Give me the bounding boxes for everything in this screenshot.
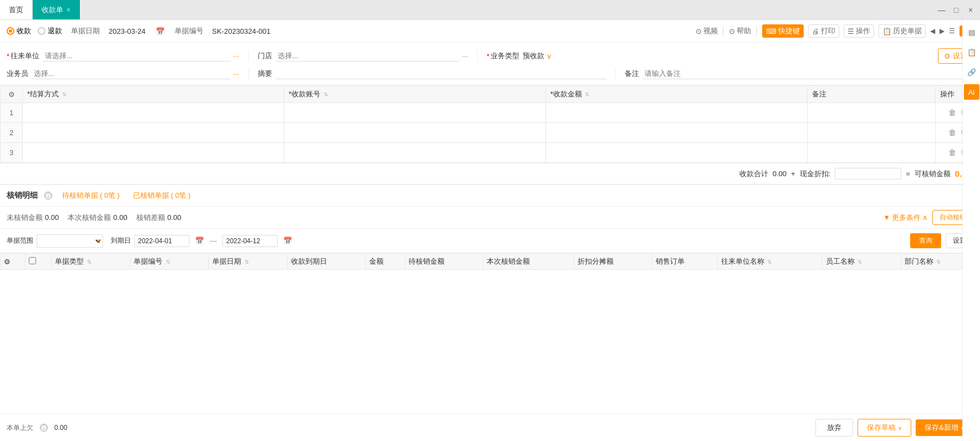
radio-group: 收款 退款 [7,26,62,36]
amount-sort-icon[interactable]: ⇅ [585,91,589,98]
right-sidebar: ▤ 📋 🔗 Ai [962,20,980,441]
table-gear-icon[interactable]: ⚙ [8,90,15,99]
shortcut-btn[interactable]: ⌨ 快捷键 [762,24,804,38]
list-view-btn[interactable]: ☰ [949,27,955,35]
ai-label: Ai [968,88,975,96]
bt-col-current: 本次核销金额 [483,254,574,270]
business-type-field: * 业务类型 预收款 ∨ [487,51,931,61]
stat-current: 本次核销金额 0.00 [68,213,127,223]
help-btn[interactable]: ⊙ 帮助 [729,26,751,36]
verify-header: 核销明细 ⓘ 待核销单据 ( 0笔 ) 已核销单据 ( 0笔 ) [0,185,980,207]
settle-sort-icon[interactable]: ⇅ [62,91,67,98]
row-1-account[interactable] [284,103,545,123]
summary-input[interactable] [275,68,606,79]
footer-bar: 本单上欠 ⓘ 0.00 放弃 保存草稿 ∨ 保存&新增 ∨ [0,414,980,441]
row-2-account[interactable] [284,123,545,143]
row-3-delete-btn[interactable]: 🗑 [948,148,956,157]
sidebar-link-icon-btn[interactable]: 🔗 [964,64,979,80]
salesperson-input[interactable] [32,68,231,79]
row-3-amount[interactable] [545,143,807,163]
date-value: 2023-03-24 [109,27,146,35]
radio-refund-dot [38,27,45,35]
discard-btn[interactable]: 放弃 [815,419,853,437]
carry-info-icon[interactable]: ⓘ [40,424,48,432]
tab-bar-right: — □ × [937,5,980,15]
notes-input[interactable] [642,68,973,79]
date-from-input[interactable] [134,235,190,247]
store-more-btn[interactable]: ··· [462,52,468,60]
history-icon: 📋 [882,27,891,35]
row-3-remarks[interactable] [807,143,935,163]
store-input[interactable] [275,50,460,61]
bottom-table: ⚙ 单据类型 ⇅ 单据编号 ⇅ 单据日期 [0,253,980,270]
bt-col-gear[interactable]: ⚙ [1,254,25,270]
more-conditions-btn[interactable]: ▼ 更多条件 ∧ [883,213,928,223]
save-draft-btn[interactable]: 保存草稿 ∨ [858,419,911,437]
counterparty-more-btn[interactable]: ··· [233,52,239,60]
radio-refund[interactable]: 退款 [38,26,62,36]
search-row: 单据范围 ∨ 到期日 📅 — 📅 查询 设置 [0,229,980,253]
stat-unverified-label: 未核销金额 [7,213,43,223]
table-row: 3 🗑 ⧉ [1,143,980,163]
bt-gear-icon[interactable]: ⚙ [4,258,11,266]
col-settings[interactable]: ⚙ [1,86,23,103]
calendar-to-icon[interactable]: 📅 [283,237,292,245]
gear-icon: ⚙ [944,52,951,60]
sidebar-table-icon-btn[interactable]: ▤ [964,24,979,40]
radio-receive[interactable]: 收款 [7,26,31,36]
bt-col-pending: 待核销金额 [405,254,483,270]
row-2-amount[interactable] [545,123,807,143]
col-amount: *收款金额 ⇅ [545,86,807,103]
tab-home[interactable]: 首页 [0,0,33,19]
row-1-remarks[interactable] [807,103,935,123]
tab-active[interactable]: 收款单 × [33,0,80,19]
business-type-label: 业务类型 [491,51,519,61]
row-2-settle[interactable] [23,123,284,143]
print-btn[interactable]: 🖨 打印 [808,24,839,38]
tab-close-icon[interactable]: × [67,6,70,14]
verify-title: 核销明细 [7,191,38,201]
counterparty-input[interactable] [43,50,231,61]
col-settle: *结算方式 ⇅ [23,86,284,103]
sep3 [248,68,249,79]
row-3-settle[interactable] [23,143,284,163]
history-btn[interactable]: 📋 历史单据 [879,24,926,38]
select-all-checkbox[interactable] [29,257,36,264]
row-2-delete-btn[interactable]: 🗑 [948,128,956,137]
window-minimize-btn[interactable]: — [937,5,947,15]
row-1-settle[interactable] [23,103,284,123]
discount-input[interactable] [835,168,901,180]
row-2-remarks[interactable] [807,123,935,143]
verify-info-icon[interactable]: ⓘ [44,192,52,199]
sidebar-clipboard-icon-btn[interactable]: 📋 [964,44,979,60]
range-select[interactable] [37,234,103,248]
nav-prev-btn[interactable]: ◀ [930,27,935,35]
window-restore-btn[interactable]: □ [951,5,961,15]
calendar-from-icon[interactable]: 📅 [195,237,204,245]
account-sort-icon[interactable]: ⇅ [324,91,328,98]
nav-next-btn[interactable]: ▶ [940,27,945,35]
date-to-input[interactable] [222,235,278,247]
sidebar-camera-icon-btn[interactable]: Ai [964,84,979,100]
stat-diff: 核销差额 0.00 [136,213,181,223]
business-type-select-icon[interactable]: ∨ [547,52,552,60]
number-value: SK-20230324-001 [212,27,271,35]
salesperson-more-btn[interactable]: ··· [233,69,239,78]
video-btn[interactable]: ⊙ 视频 [696,26,718,36]
total-label: 收款合计 [739,169,768,179]
row-3-account[interactable] [284,143,545,163]
search-btn[interactable]: 查询 [910,233,941,248]
verify-tab-done[interactable]: 已核销单据 ( 0笔 ) [130,189,194,202]
window-close-btn[interactable]: × [966,5,976,15]
stat-diff-value: 0.00 [167,213,181,222]
verify-tab-pending[interactable]: 待核销单据 ( 0笔 ) [59,189,123,202]
row-1-amount[interactable] [545,103,807,123]
plus-sign: + [791,170,795,178]
row-1-delete-btn[interactable]: 🗑 [948,108,956,117]
operation-btn[interactable]: ☰ 操作 [844,24,874,38]
bt-col-sales-order: 销售订单 [652,254,717,270]
calendar-icon[interactable]: 📅 [155,25,166,37]
shortcut-icon: ⌨ [766,27,777,35]
stat-current-label: 本次核销金额 [68,213,111,223]
print-icon: 🖨 [812,27,819,35]
